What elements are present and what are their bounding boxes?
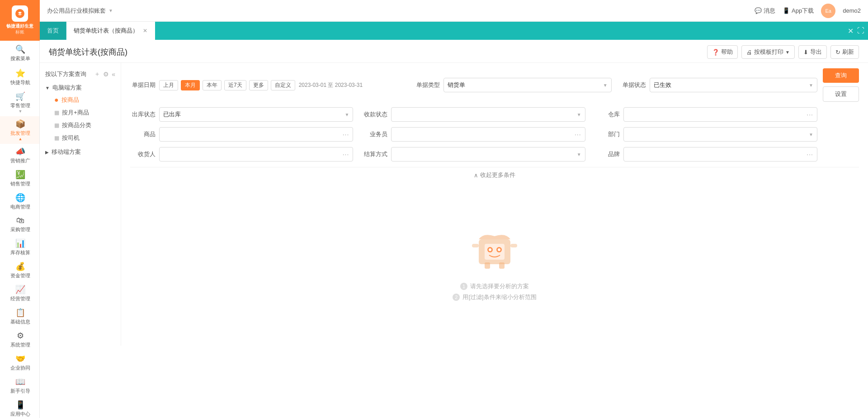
left-panel-title: 按以下方案查询 (45, 70, 86, 78)
date-btn-more[interactable]: 更多 (249, 80, 268, 90)
operations-icon: 📈 (15, 285, 25, 294)
collapse-filters-button[interactable]: ∧ 收起更多条件 (130, 167, 859, 183)
date-btn-this-month[interactable]: 本月 (181, 80, 200, 90)
sidebar-label-marketing: 营销推广 (10, 157, 30, 164)
filter-row-2: 出库状态 已出库 ▼ 收款状态 ▼ (130, 107, 859, 122)
brand-control[interactable]: ··· (623, 147, 817, 162)
tab-home[interactable]: 首页 (40, 22, 66, 40)
collapse-panel-button[interactable]: « (112, 71, 115, 78)
warehouse-status-label: 出库状态 (130, 110, 156, 119)
user-avatar[interactable]: Ea (821, 4, 835, 18)
tab-sales-stats[interactable]: 销货单统计表（按商品） ✕ (66, 22, 155, 40)
sidebar-item-system[interactable]: ⚙ 系统管理 (0, 328, 39, 351)
filter-row-3: 商品 ··· 业务员 ··· (130, 127, 859, 142)
guide-icon: 📖 (15, 377, 25, 387)
tab-close-all-button[interactable]: ✕ (848, 27, 854, 35)
warehouse-control[interactable]: ··· (623, 107, 817, 122)
sidebar-item-ecommerce[interactable]: 🌐 电商管理 (0, 190, 39, 213)
app-download-button[interactable]: 📱 App下载 (783, 7, 814, 15)
tree-item-by-month-goods[interactable]: ▦ 按月+商品 (40, 106, 121, 119)
sidebar-item-enterprise[interactable]: 🤝 企业协同 (0, 351, 39, 374)
sidebar-item-wholesale[interactable]: 📦 批发管理 ▲ (0, 116, 39, 144)
doc-status-label: 单据状态 (621, 81, 646, 89)
sidebar-item-retail[interactable]: 🛒 零售管理 ▼ (0, 89, 39, 116)
sidebar-item-operations[interactable]: 📈 经营管理 (0, 282, 39, 305)
tree-item-by-goods-category[interactable]: ▦ 按商品分类 (40, 119, 121, 132)
receipt-status-label: 收款状态 (362, 110, 387, 119)
sidebar-item-app-center[interactable]: 📱 应用中心 (0, 397, 39, 418)
date-btn-last-7-days[interactable]: 近7天 (224, 80, 246, 90)
topbar: 办公用品行业模拟账套 ▼ 💬 消息 📱 App下载 Ea demo2 (40, 0, 868, 22)
mobile-section-toggle[interactable]: ▶ 移动端方案 (40, 146, 121, 158)
doc-status-filter-item: 单据状态 已生效 ▼ (621, 78, 817, 92)
scheme-settings-button[interactable]: ⚙ (103, 71, 109, 78)
date-label: 单据日期 (130, 81, 156, 89)
sidebar-item-search[interactable]: 🔍 搜索菜单 (0, 41, 39, 66)
empty-num-1: 1 (460, 283, 467, 290)
workspace-selector[interactable]: 办公用品行业模拟账套 ▼ (47, 7, 113, 15)
by-month-goods-label: 按月+商品 (62, 109, 89, 117)
user-name[interactable]: demo2 (843, 7, 861, 14)
receiver-control[interactable]: ··· (159, 147, 353, 162)
sidebar-item-inventory[interactable]: 📊 库存核算 (0, 236, 39, 259)
sidebar-item-quick-nav[interactable]: ⭐ 快捷导航 (0, 66, 39, 89)
sidebar-logo[interactable]: 畅捷通好生意 标账 (0, 0, 40, 41)
query-button[interactable]: 查询 (823, 68, 859, 83)
warehouse-status-control[interactable]: 已出库 ▼ (159, 107, 353, 122)
add-scheme-button[interactable]: ＋ (94, 70, 100, 78)
svg-rect-9 (485, 262, 490, 269)
export-button[interactable]: ⬇ 导出 (798, 45, 827, 59)
tabbar: 首页 销货单统计表（按商品） ✕ ✕ ⛶ (40, 22, 868, 40)
message-button[interactable]: 💬 消息 (755, 7, 775, 15)
department-filter-item: 部门 ▼ (594, 127, 817, 142)
query-action-col: 查询 设置 (823, 68, 859, 102)
tab-close-icon[interactable]: ✕ (143, 28, 147, 34)
empty-num-2: 2 (453, 294, 460, 301)
sidebar-item-guide[interactable]: 📖 新手引导 (0, 374, 39, 397)
sidebar-label-quick-nav: 快捷导航 (10, 79, 30, 86)
retail-icon: 🛒 (15, 91, 25, 101)
page-content: 销货单统计表(按商品) ❓ 帮助 🖨 按模板打印 ▼ ⬇ 导出 (40, 40, 868, 418)
svg-rect-10 (499, 262, 505, 269)
goods-label: 商品 (130, 130, 156, 138)
sidebar-label-ecommerce: 电商管理 (10, 204, 30, 210)
sidebar-item-basic-info[interactable]: 📋 基础信息 (0, 305, 39, 328)
sidebar-label-inventory: 库存核算 (10, 249, 30, 256)
date-btn-custom[interactable]: 自定义 (271, 80, 295, 90)
app-subtitle: 标账 (15, 29, 24, 35)
content-body: 按以下方案查询 ＋ ⚙ « ▼ 电脑端方案 (40, 63, 868, 346)
brand-filter-item: 品牌 ··· (594, 147, 817, 162)
sidebar-label-app-center: 应用中心 (10, 411, 30, 418)
payment-method-control[interactable]: ▼ (391, 147, 585, 162)
sales-icon: 💹 (15, 170, 25, 180)
sidebar-item-finance[interactable]: 💰 资金管理 (0, 259, 39, 282)
svg-rect-7 (472, 244, 479, 247)
tab-maximize-button[interactable]: ⛶ (857, 27, 864, 35)
tabbar-actions: ✕ ⛶ (848, 27, 868, 35)
tree-item-by-cashier[interactable]: ▦ 按司机 (40, 132, 121, 144)
goods-control[interactable]: ··· (159, 127, 353, 142)
settings-button[interactable]: 设置 (823, 86, 859, 102)
receipt-status-control[interactable]: ▼ (391, 107, 585, 122)
svg-point-5 (489, 248, 491, 251)
doc-type-control[interactable]: 销货单 ▼ (443, 78, 611, 92)
department-control[interactable]: ▼ (623, 127, 817, 142)
system-icon: ⚙ (17, 331, 24, 341)
doc-status-control[interactable]: 已生效 ▼ (650, 78, 817, 92)
collapse-label: 收起更多条件 (480, 171, 515, 179)
print-template-button[interactable]: 🖨 按模板打印 ▼ (741, 45, 795, 59)
salesperson-control[interactable]: ··· (391, 127, 585, 142)
refresh-button[interactable]: ↻ 刷新 (830, 45, 859, 59)
warehouse-dots: ··· (807, 111, 813, 118)
sidebar-item-marketing[interactable]: 📣 营销推广 (0, 144, 39, 167)
tree-item-by-goods[interactable]: ● 按商品 (40, 94, 121, 106)
procurement-icon: 🛍 (16, 216, 24, 225)
help-button[interactable]: ❓ 帮助 (707, 45, 738, 59)
refresh-icon: ↻ (835, 49, 840, 56)
pc-section-toggle[interactable]: ▼ 电脑端方案 (40, 82, 121, 94)
date-btn-this-year[interactable]: 本年 (203, 80, 222, 90)
wholesale-arrow: ▲ (19, 137, 23, 141)
sidebar-item-procurement[interactable]: 🛍 采购管理 (0, 213, 39, 236)
sidebar-item-sales[interactable]: 💹 销售管理 (0, 167, 39, 190)
date-btn-last-month[interactable]: 上月 (159, 80, 178, 90)
